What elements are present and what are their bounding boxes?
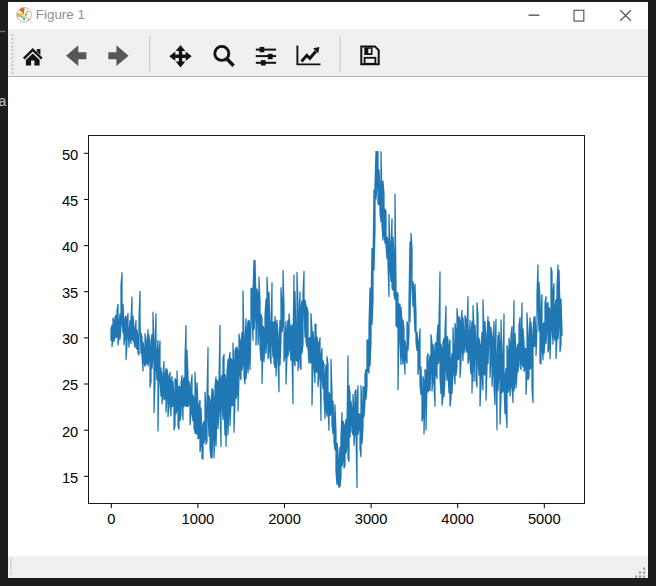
svg-text:35: 35: [62, 285, 78, 301]
svg-text:5000: 5000: [528, 511, 561, 527]
svg-text:30: 30: [62, 331, 78, 347]
svg-text:Figure 1: Figure 1: [36, 7, 85, 22]
svg-text:40: 40: [62, 239, 78, 255]
svg-text:20: 20: [62, 424, 78, 440]
svg-text:50: 50: [62, 147, 78, 163]
svg-text:a: a: [0, 93, 7, 109]
svg-text:1000: 1000: [182, 511, 215, 527]
svg-text:4000: 4000: [441, 511, 474, 527]
svg-text:25: 25: [62, 377, 78, 393]
svg-text:45: 45: [62, 193, 78, 209]
svg-text:15: 15: [62, 470, 78, 486]
svg-text:2000: 2000: [268, 511, 301, 527]
svg-text:3000: 3000: [355, 511, 388, 527]
svg-text:0: 0: [107, 511, 115, 527]
